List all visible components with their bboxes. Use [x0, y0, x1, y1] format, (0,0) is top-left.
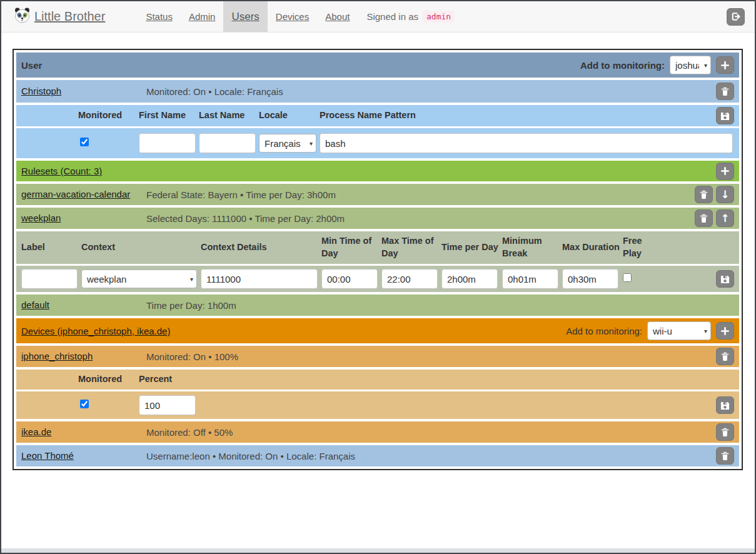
- col-locale: Locale: [259, 109, 320, 122]
- ruleset-form-inputs: weekplan ▾: [16, 266, 739, 292]
- trash-icon: [720, 352, 730, 361]
- device-link-ikea-de[interactable]: ikea.de: [21, 426, 51, 437]
- ruleset-row-weekplan: weekplan Selected Days: 1111000 • Time p…: [16, 208, 739, 229]
- user-form-header: Monitored First Name Last Name Locale Pr…: [16, 105, 739, 126]
- delete-device-button[interactable]: [716, 348, 734, 365]
- col-minimum-break: Minimum Break: [502, 235, 562, 259]
- save-ruleset-button[interactable]: [716, 270, 734, 288]
- horizontal-scrollbar[interactable]: [1, 548, 755, 553]
- nav-item-users[interactable]: Users: [223, 1, 267, 32]
- save-icon: [720, 111, 730, 121]
- logout-button[interactable]: [727, 8, 745, 26]
- max-duration-field[interactable]: [562, 269, 618, 289]
- user-section-title: User: [21, 60, 42, 71]
- trash-icon: [699, 214, 708, 223]
- time-per-day-field[interactable]: [441, 269, 498, 289]
- move-ruleset-down-button[interactable]: ↓: [716, 186, 734, 203]
- nav-item-status[interactable]: Status: [138, 1, 181, 32]
- ruleset-link-weekplan[interactable]: weekplan: [21, 213, 61, 223]
- col-label: Label: [21, 241, 81, 254]
- device-monitored-checkbox[interactable]: [80, 400, 89, 408]
- signed-in-status: Signed in as admin: [366, 1, 455, 32]
- col-monitored: Monitored: [78, 373, 139, 386]
- ruleset-summary-default: Time per Day: 1h00m: [146, 300, 236, 311]
- trash-icon: [699, 190, 708, 199]
- device-row-ikea-de: ikea.de Monitored: Off • 50%: [16, 421, 739, 443]
- user-form-inputs: Français ▾: [16, 128, 739, 158]
- device-summary-iphone-christoph: Monitored: On • 100%: [146, 351, 238, 362]
- ruleset-link-german-vacation-calendar[interactable]: german-vacation-calendar: [21, 189, 130, 199]
- max-time-of-day-field[interactable]: [381, 269, 438, 289]
- devices-section-header: Devices (iphone_christoph, ikea.de) Add …: [16, 318, 739, 343]
- rulesets-link[interactable]: Rulesets (Count: 3): [21, 166, 102, 176]
- col-percent: Percent: [139, 373, 199, 386]
- ruleset-link-default[interactable]: default: [21, 300, 49, 310]
- col-last-name: Last Name: [199, 109, 259, 122]
- percent-field[interactable]: [139, 395, 196, 415]
- rulesets-section-header: Rulesets (Count: 3): [16, 161, 739, 181]
- user-link-leon-thome[interactable]: Leon Thomé: [21, 450, 74, 461]
- add-user-button[interactable]: [716, 56, 734, 74]
- arrow-up-icon: ↑: [720, 213, 729, 224]
- arrow-down-icon: ↓: [720, 189, 729, 200]
- col-max-time-of-day: Max Time of Day: [381, 235, 441, 259]
- free-play-checkbox[interactable]: [623, 273, 632, 282]
- col-first-name: First Name: [139, 109, 199, 122]
- add-ruleset-button[interactable]: [716, 163, 734, 180]
- monitored-checkbox[interactable]: [80, 138, 89, 146]
- save-icon: [720, 401, 730, 410]
- delete-ruleset-button[interactable]: [695, 186, 713, 203]
- col-free-play: Free Play: [623, 235, 664, 259]
- save-icon: [720, 274, 730, 284]
- context-details-field[interactable]: [201, 269, 318, 289]
- locale-select[interactable]: Français: [259, 134, 316, 153]
- plus-icon: [720, 61, 730, 70]
- brand-title: Little Brother: [34, 9, 105, 24]
- device-form-header: Monitored Percent: [16, 370, 739, 390]
- delete-device-button[interactable]: [716, 423, 734, 441]
- col-time-per-day: Time per Day: [441, 241, 502, 254]
- app-window: Little Brother Status Admin Users Device…: [0, 0, 756, 554]
- user-section-header: User Add to monitoring: joshua ▾: [16, 53, 739, 78]
- ruleset-row-default: default Time per Day: 1h00m: [16, 295, 739, 316]
- add-user-monitoring-control: Add to monitoring: joshua ▾: [580, 56, 734, 74]
- process-name-pattern-field[interactable]: [320, 133, 733, 153]
- ruleset-label-field[interactable]: [21, 269, 78, 289]
- trash-icon: [720, 428, 730, 437]
- trash-icon: [720, 87, 730, 96]
- delete-user-button[interactable]: [716, 447, 734, 465]
- user-link-christoph[interactable]: Christoph: [21, 86, 61, 96]
- context-select[interactable]: weekplan: [81, 269, 197, 288]
- top-nav: Little Brother Status Admin Users Device…: [1, 1, 755, 33]
- nav-item-about[interactable]: About: [317, 1, 358, 32]
- add-user-select[interactable]: joshua: [670, 56, 711, 74]
- devices-link[interactable]: Devices (iphone_christoph, ikea.de): [21, 326, 170, 336]
- panda-logo-icon: [14, 7, 31, 26]
- first-name-field[interactable]: [139, 133, 196, 153]
- last-name-field[interactable]: [199, 133, 256, 153]
- add-device-select[interactable]: wii-u: [647, 321, 711, 340]
- nav-item-devices[interactable]: Devices: [268, 1, 317, 32]
- col-context: Context: [81, 241, 201, 254]
- save-device-button[interactable]: [716, 396, 734, 414]
- col-monitored: Monitored: [78, 109, 139, 122]
- min-time-of-day-field[interactable]: [321, 269, 378, 289]
- ruleset-summary-german-vacation-calendar: Federal State: Bayern • Time per Day: 3h…: [146, 189, 336, 200]
- move-ruleset-up-button[interactable]: ↑: [716, 209, 734, 227]
- add-to-monitoring-label: Add to monitoring:: [566, 326, 642, 336]
- save-user-button[interactable]: [716, 107, 734, 124]
- main-nav: Status Admin Users Devices About: [138, 1, 358, 32]
- delete-ruleset-button[interactable]: [695, 209, 713, 227]
- device-link-iphone-christoph[interactable]: iphone_christoph: [21, 351, 93, 361]
- ruleset-form-header: Label Context Context Details Min Time o…: [16, 231, 739, 264]
- add-device-button[interactable]: [716, 322, 734, 340]
- user-summary-christoph: Monitored: On • Locale: Français: [146, 86, 283, 97]
- delete-user-button[interactable]: [716, 83, 734, 100]
- logout-icon: [730, 11, 741, 22]
- brand-link[interactable]: Little Brother: [14, 1, 105, 32]
- nav-item-admin[interactable]: Admin: [181, 1, 224, 32]
- device-summary-ikea-de: Monitored: Off • 50%: [146, 427, 233, 438]
- minimum-break-field[interactable]: [502, 269, 558, 289]
- plus-icon: [720, 166, 730, 176]
- col-context-details: Context Details: [201, 241, 321, 254]
